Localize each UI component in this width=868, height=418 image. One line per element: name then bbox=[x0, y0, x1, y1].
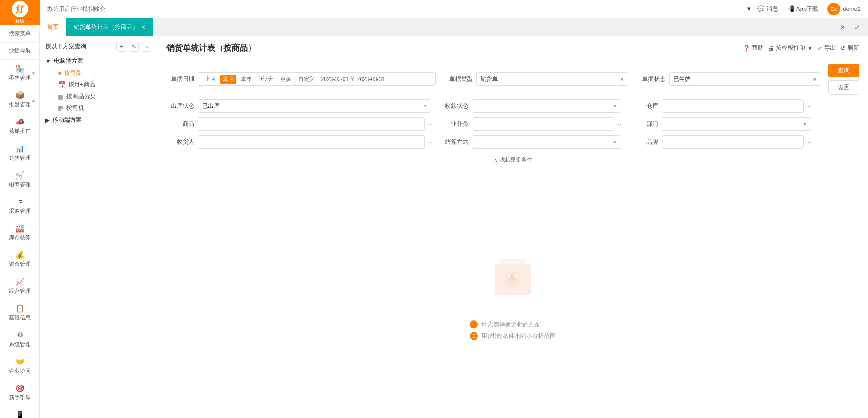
goods-input[interactable] bbox=[198, 117, 425, 131]
date-tab-this-year[interactable]: 本年 bbox=[238, 75, 255, 84]
tab-close-window[interactable]: ✕ bbox=[837, 22, 848, 33]
staff-dots[interactable]: ··· bbox=[616, 120, 622, 128]
tabs-bar: 首页 销货单统计表（按商品） ✕ ✕ ⤢ bbox=[40, 18, 868, 36]
type-select[interactable]: 销货单 ▼ bbox=[476, 72, 628, 86]
dept-label: 部门 bbox=[630, 120, 662, 128]
recv-arrow: ▼ bbox=[613, 104, 617, 109]
sidebar-item-label: 销售管理 bbox=[9, 154, 31, 162]
collapse-up-icon: ∧ bbox=[494, 157, 498, 163]
tree-item-label: 按月+商品 bbox=[68, 81, 95, 89]
help-link[interactable]: ❓ 帮助 bbox=[743, 44, 764, 52]
dept-select[interactable]: ▼ bbox=[662, 117, 811, 131]
status-arrow: ▼ bbox=[812, 77, 817, 82]
staff-control: ··· bbox=[472, 117, 621, 131]
tree-item-by-month-goods[interactable]: 📅 按月+商品 bbox=[40, 79, 157, 90]
query-button[interactable]: 查询 bbox=[828, 64, 859, 77]
filter-row-1: 单据日期 上月 本月 本年 近7天 更多 自定义 2023-03-01 至 20… bbox=[166, 64, 859, 95]
sidebar-item-basic[interactable]: 📋 基础信息 bbox=[0, 299, 39, 326]
out-arrow: ▼ bbox=[423, 104, 427, 109]
tab-home[interactable]: 首页 bbox=[40, 18, 66, 36]
svg-point-4 bbox=[515, 275, 518, 278]
brand-dots[interactable]: ··· bbox=[806, 138, 811, 146]
empty-step-1: 1 请先选择要分析的方案 bbox=[470, 320, 555, 328]
payment-select[interactable]: ▼ bbox=[472, 135, 621, 149]
filter-btns: 查询 设置 bbox=[828, 64, 859, 95]
filter-row-3: 商品 ··· 业务员 ··· 部门 bbox=[166, 117, 859, 131]
sidebar-item-wholesale[interactable]: 📦 批发管理 ▲ bbox=[0, 86, 39, 113]
sidebar-item-guide[interactable]: 🎯 新手引导 bbox=[0, 380, 39, 406]
sidebar-item-apps[interactable]: 📱 应用中心 bbox=[0, 406, 39, 418]
sidebar-quick[interactable]: 快捷导航 bbox=[0, 43, 39, 60]
receiver-dots[interactable]: ··· bbox=[426, 138, 432, 146]
page-header: 销货单统计表（按商品） ❓ 帮助 🖨 按模板打印 ▼ ↗ 导出 bbox=[157, 36, 868, 58]
filter-area: 单据日期 上月 本月 本年 近7天 更多 自定义 2023-03-01 至 20… bbox=[157, 58, 868, 172]
date-label: 单据日期 bbox=[166, 75, 198, 83]
sidebar-item-label: 营销推广 bbox=[9, 128, 31, 135]
sidebar-item-inventory[interactable]: 🏭 库存核算 bbox=[0, 219, 39, 246]
tree-item-by-goods[interactable]: ● 按商品 bbox=[40, 67, 157, 79]
sidebar-item-label: 库存核算 bbox=[9, 234, 31, 242]
topbar-msg[interactable]: 💬 消息 bbox=[757, 5, 778, 13]
tab-sales-stat[interactable]: 销货单统计表（按商品） ✕ bbox=[66, 18, 153, 36]
setting-button[interactable]: 设置 bbox=[828, 80, 859, 95]
grid-icon: ▦ bbox=[58, 93, 64, 100]
warehouse-control: ··· bbox=[662, 99, 811, 113]
type-value: 销货单 bbox=[481, 75, 498, 83]
export-icon: ↗ bbox=[817, 45, 822, 52]
collapse-row[interactable]: ∧ 收起更多条件 bbox=[166, 153, 859, 166]
edit-scheme-btn[interactable]: ✎ bbox=[129, 42, 139, 52]
retail-arrow: ▼ bbox=[31, 71, 36, 76]
refresh-link[interactable]: ↺ 刷新 bbox=[840, 44, 859, 52]
tree-group-mobile[interactable]: ▶ 移动端方案 bbox=[40, 114, 157, 126]
recv-label: 收款状态 bbox=[440, 102, 472, 110]
refresh-icon: ↺ bbox=[840, 45, 845, 52]
staff-label: 业务员 bbox=[440, 120, 472, 128]
recv-select[interactable]: ▼ bbox=[472, 99, 621, 113]
tree-item-by-driver[interactable]: ▦ 按司机 bbox=[40, 102, 157, 114]
print-link[interactable]: 🖨 按模板打印 ▼ bbox=[768, 44, 813, 52]
dept-control: ▼ bbox=[662, 117, 811, 131]
date-tab-more[interactable]: 更多 bbox=[278, 75, 294, 84]
sidebar-item-retail[interactable]: 🏪 零售管理 ▼ bbox=[0, 60, 39, 86]
warehouse-dots[interactable]: ··· bbox=[806, 102, 811, 109]
sidebar-item-label: 零售管理 bbox=[9, 74, 31, 82]
collapse-left-btn[interactable]: « bbox=[142, 42, 151, 52]
add-scheme-btn[interactable]: + bbox=[116, 42, 126, 52]
topbar-dropdown[interactable]: ▼ bbox=[746, 5, 752, 12]
sidebar-item-ecommerce[interactable]: 🛒 电商管理 bbox=[0, 166, 39, 193]
export-link[interactable]: ↗ 导出 bbox=[817, 44, 836, 52]
sidebar-item-marketing[interactable]: 📣 营销推广 bbox=[0, 113, 39, 140]
sidebar-item-label: 经营管理 bbox=[9, 287, 31, 295]
brand-input[interactable] bbox=[662, 135, 804, 149]
goods-dots[interactable]: ··· bbox=[426, 120, 432, 128]
date-tab-7days[interactable]: 近7天 bbox=[256, 75, 276, 84]
topbar-app[interactable]: 📲 App下载 bbox=[787, 5, 818, 13]
sidebar-item-purchase[interactable]: 🛍 采购管理 bbox=[0, 193, 39, 219]
sidebar-search[interactable]: 搜索菜单 bbox=[0, 25, 39, 43]
sidebar-item-system[interactable]: ⚙ 系统管理 bbox=[0, 326, 39, 353]
date-tab-this-month[interactable]: 本月 bbox=[220, 75, 236, 84]
warehouse-input[interactable] bbox=[662, 99, 804, 113]
tree-item-by-category[interactable]: ▦ 按商品分类 bbox=[40, 90, 157, 102]
sidebar-item-sales[interactable]: 📊 销售管理 bbox=[0, 140, 39, 166]
status-select[interactable]: 已生效 ▼ bbox=[669, 72, 821, 86]
date-tab-last-month[interactable]: 上月 bbox=[202, 75, 218, 84]
receiver-label: 收货人 bbox=[166, 138, 198, 146]
tab-close-icon[interactable]: ✕ bbox=[141, 24, 146, 30]
sidebar-item-management[interactable]: 📈 经营管理 bbox=[0, 273, 39, 299]
purchase-icon: 🛍 bbox=[16, 198, 24, 206]
date-tab-custom[interactable]: 自定义 bbox=[296, 75, 317, 84]
out-select[interactable]: 已出库 ▼ bbox=[198, 99, 431, 113]
dot-icon: ● bbox=[58, 69, 61, 76]
receiver-input[interactable] bbox=[198, 135, 425, 149]
payment-control: ▼ bbox=[472, 135, 621, 149]
sidebar-item-collab[interactable]: 🤝 企业协同 bbox=[0, 353, 39, 380]
filter-row-2: 出库状态 已出库 ▼ 收款状态 ▼ bbox=[166, 99, 859, 113]
sidebar-item-finance[interactable]: 💰 资金管理 bbox=[0, 246, 39, 273]
basic-icon: 📋 bbox=[15, 304, 24, 313]
tree-group-pc[interactable]: ▼ 电脑端方案 bbox=[40, 55, 157, 67]
type-control: 销货单 ▼ bbox=[476, 72, 628, 86]
tab-expand[interactable]: ⤢ bbox=[852, 22, 863, 33]
staff-input[interactable] bbox=[472, 117, 614, 131]
topbar-user[interactable]: Ea demo2 bbox=[827, 3, 861, 15]
